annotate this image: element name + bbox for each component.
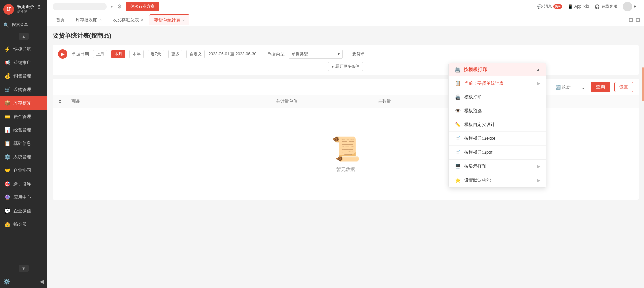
sidebar-logo: 好 畅捷通好生意 标准版 <box>0 0 47 19</box>
avatar <box>623 2 632 11</box>
display-print-icon: 🖥️ <box>454 163 461 170</box>
tab-batch-accounts-close[interactable]: × <box>99 18 102 22</box>
sidebar-item-operations[interactable]: 📊 经营管理 <box>0 123 47 137</box>
sidebar-item-member[interactable]: 👑 畅会员 <box>0 218 47 231</box>
tab-order-stats[interactable]: 要货单统计表 × <box>149 14 189 25</box>
sidebar-item-basic[interactable]: 📋 基础信息 <box>0 137 47 150</box>
dropdown-template-design[interactable]: ✏️ 模板自定义设计 <box>449 118 546 132</box>
sidebar-item-inventory[interactable]: 📦 库存核算 <box>0 96 47 110</box>
sidebar-item-sales[interactable]: 💰 销售管理 <box>0 69 47 83</box>
sidebar-item-label: 营销推广 <box>13 60 31 66</box>
sidebar-item-wechat[interactable]: 💬 企业微信 <box>0 204 47 218</box>
tab-home-label: 首页 <box>56 17 65 23</box>
purchase-icon: 🛒 <box>4 86 11 93</box>
tab-receipt-summary[interactable]: 收发存汇总表 × <box>108 15 148 25</box>
current-arrow-icon: ▶ <box>537 81 540 86</box>
tab-order-stats-close[interactable]: × <box>182 18 185 23</box>
message-button[interactable]: 💬 消息 99+ <box>537 4 562 9</box>
default-function-arrow: ▶ <box>537 178 540 183</box>
app-center-icon: 🔮 <box>4 194 11 201</box>
sidebar-item-cooperation[interactable]: 🤝 企业协同 <box>0 164 47 177</box>
member-icon: 👑 <box>4 221 11 228</box>
trial-button[interactable]: 体验行业方案 <box>126 2 159 11</box>
tab-expand-button[interactable]: ⊞ <box>636 17 640 23</box>
search-menu-button[interactable]: 🔍 搜索菜单 <box>0 19 47 30</box>
dropdown-display-print[interactable]: 🖥️ 按显示打印 ▶ <box>449 160 546 173</box>
right-scrollbar[interactable] <box>642 67 644 101</box>
dropdown-collapse-icon[interactable]: ▲ <box>536 67 540 72</box>
marketing-icon: 📢 <box>4 59 11 66</box>
print-dropdown-panel: 🖨️ 按模板打印 ▲ 📋 当前：要货单统计表 ▶ 🖨️ 模板打印 👁️ 模板预览 <box>448 63 546 188</box>
sidebar-item-system[interactable]: ⚙️ 系统管理 <box>0 150 47 164</box>
template-design-icon: ✏️ <box>454 121 461 128</box>
sidebar-item-label: 基础信息 <box>13 140 31 147</box>
tab-batch-accounts[interactable]: 库存批次账 × <box>71 15 107 25</box>
sidebar-item-finance[interactable]: 💳 资金管理 <box>0 110 47 123</box>
app-download-button[interactable]: 📱 App下载 <box>568 4 589 9</box>
scroll-down-button[interactable]: ▼ <box>19 265 29 272</box>
more-actions-button[interactable]: ... <box>578 83 587 91</box>
dropdown-export-excel[interactable]: 📄 按模板导出excel <box>449 132 546 146</box>
scroll-up-button[interactable]: ▲ <box>19 33 29 40</box>
tab-minimize-button[interactable]: ⊟ <box>628 17 633 23</box>
collapse-sidebar-icon[interactable]: ◀ <box>40 278 44 285</box>
sidebar-item-label: 畅会员 <box>13 221 27 227</box>
date-this-month-button[interactable]: 本月 <box>111 50 125 58</box>
template-print-label: 模板打印 <box>464 94 540 100</box>
topbar-dropdown-arrow[interactable]: ▾ <box>111 4 113 9</box>
sidebar-item-marketing[interactable]: 📢 营销推广 <box>0 56 47 69</box>
refresh-button[interactable]: 🔄 刷新 <box>553 83 574 91</box>
dropdown-print-icon: 🖨️ <box>454 66 461 73</box>
dropdown-title: 按模板打印 <box>464 67 487 73</box>
settings-footer-icon[interactable]: ⚙️ <box>3 278 10 285</box>
topbar: ▾ ⚙ 体验行业方案 💬 消息 99+ 📱 App下载 🎧 在线客服 Rit <box>47 0 644 13</box>
filter-expand-button[interactable]: ▶ <box>58 49 67 59</box>
sidebar-item-purchase[interactable]: 🛒 采购管理 <box>0 83 47 96</box>
message-badge: 99+ <box>553 4 562 9</box>
tab-receipt-summary-close[interactable]: × <box>141 18 143 22</box>
display-print-arrow: ▶ <box>537 164 540 169</box>
date-range-display: 2023-06-01 至 2023-06-30 <box>209 51 256 57</box>
tab-order-stats-label: 要货单统计表 <box>154 17 180 23</box>
online-service-label: 在线客服 <box>601 4 617 9</box>
expand-more-button[interactable]: ▾ 展开更多条件 <box>328 62 363 71</box>
dropdown-default-function[interactable]: ⭐ 设置默认功能 ▶ <box>449 173 546 187</box>
user-avatar-button[interactable]: Rit <box>623 2 639 11</box>
refresh-label: 刷新 <box>562 84 571 90</box>
export-excel-icon: 📄 <box>454 135 461 142</box>
topbar-gear-icon[interactable]: ⚙ <box>117 3 122 10</box>
date-more-button[interactable]: 更多 <box>168 50 182 58</box>
app-download-label: App下载 <box>574 4 589 9</box>
dropdown-header-actions: ▲ <box>536 67 540 72</box>
sidebar-nav: ⚡ 快捷导航 📢 营销推广 💰 销售管理 🛒 采购管理 📦 库存核算 💳 资金管… <box>0 42 47 262</box>
date-custom-button[interactable]: 自定义 <box>186 50 205 58</box>
date-last-month-button[interactable]: 上月 <box>93 50 107 58</box>
date-this-year-button[interactable]: 本年 <box>129 50 144 58</box>
dropdown-current-item[interactable]: 📋 当前：要货单统计表 ▶ <box>449 76 546 90</box>
sidebar-item-label: 销售管理 <box>13 73 31 79</box>
sidebar-item-label: 应用中心 <box>13 194 31 200</box>
dropdown-export-pdf[interactable]: 📄 按模板导出pdf <box>449 146 546 159</box>
action-bar: 🖨️ 按模板打印 ▲ 📤 导出 🔄 刷新 ... 查询 设置 <box>53 79 639 95</box>
sales-icon: 💰 <box>4 73 11 79</box>
sidebar-item-label: 快捷导航 <box>13 46 31 52</box>
query-button[interactable]: 查询 <box>591 82 610 92</box>
tabs-bar: 首页 库存批次账 × 收发存汇总表 × 要货单统计表 × ⊟ ⊞ <box>47 13 644 26</box>
online-service-button[interactable]: 🎧 在线客服 <box>595 4 617 9</box>
date-filter-label: 单据日期 <box>71 51 89 57</box>
col-unit-header: 主计量单位 <box>276 98 378 104</box>
dropdown-template-preview[interactable]: 👁️ 模板预览 <box>449 104 546 118</box>
dropdown-template-print[interactable]: 🖨️ 模板打印 <box>449 90 546 104</box>
sidebar-item-quick-nav[interactable]: ⚡ 快捷导航 <box>0 42 47 56</box>
date-7days-button[interactable]: 近7天 <box>148 50 164 58</box>
display-print-label: 按显示打印 <box>464 163 537 169</box>
sidebar-item-label: 采购管理 <box>13 87 31 93</box>
settings-button[interactable]: 设置 <box>614 82 633 92</box>
sidebar-item-app-center[interactable]: 🔮 应用中心 <box>0 191 47 204</box>
sidebar-item-newbie[interactable]: 🎯 新手引导 <box>0 177 47 191</box>
search-input[interactable] <box>53 3 107 10</box>
tab-home[interactable]: 首页 <box>51 15 69 25</box>
col-settings-header[interactable]: ⚙ <box>58 99 71 104</box>
order-type-select[interactable]: 单据类型 ▾ <box>289 50 343 59</box>
page-body: 要货单统计表(按商品) ▶ 单据日期 上月 本月 本年 近7天 更多 自定义 2… <box>47 26 644 288</box>
